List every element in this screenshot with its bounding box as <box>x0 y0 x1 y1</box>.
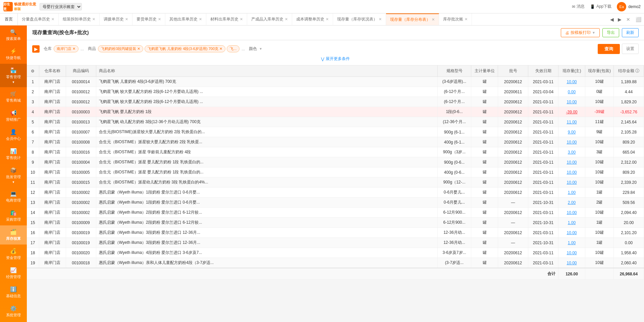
maximize-button[interactable]: ⬜ <box>633 17 644 22</box>
cell-qty1[interactable]: 10.00 <box>558 97 585 107</box>
user-menu[interactable]: Ea demo2 <box>617 2 641 11</box>
suite-selector[interactable]: 母婴行业演示账套 <box>40 3 82 10</box>
tab-5[interactable]: 材料出库单历史 ✕ <box>206 13 247 25</box>
cell-qty1[interactable]: 0.00 <box>558 87 585 97</box>
col-header-settings[interactable]: ⚙ <box>27 65 39 77</box>
sidebar-item-retail[interactable]: 🏪 零售管理 ▼ <box>0 64 27 87</box>
sidebar-item-member[interactable]: 👤 会员中心 <box>0 125 27 145</box>
sidebar-item-wholesale[interactable]: 📦 批发管理 ▼ <box>0 164 27 187</box>
cell-qty1[interactable]: 10.00 <box>558 228 585 238</box>
cell-qty1[interactable]: 10.00 <box>558 177 585 187</box>
sidebar-item-marketing[interactable]: 📢 营销推广 <box>0 106 27 125</box>
cell-spec: 1段(0-6... <box>438 107 471 117</box>
cell-expiry: 2021-03-11 <box>528 127 558 137</box>
tab-10-close[interactable]: ✕ <box>465 17 468 21</box>
refresh-button[interactable]: 刷新 <box>622 28 639 37</box>
tab-home[interactable]: 首页 <box>0 13 18 25</box>
search-icon: 🔍 <box>10 29 17 35</box>
tab-0[interactable]: 分量盘点单历史 ✕ <box>18 13 59 25</box>
cell-qty1[interactable]: 9.00 <box>558 127 585 137</box>
cell-qty1[interactable]: 2.00 <box>558 198 585 208</box>
cell-qty1[interactable]: 10.00 <box>558 248 585 258</box>
table-row: 16 南岸门店 00100019 惠氏启蒙（Wyeth illuma）3段奶粉 … <box>27 228 644 238</box>
search-button[interactable]: 查询 <box>598 44 620 54</box>
sidebar-item-retail-stats[interactable]: 📊 零售统计 <box>0 145 27 164</box>
cell-qty1[interactable]: 10.00 <box>558 157 585 167</box>
expand-filter-button[interactable]: ⋁ 展开更多条件 <box>32 56 639 62</box>
warehouse-more[interactable]: ... <box>80 47 84 51</box>
tab-7-close[interactable]: ✕ <box>326 17 329 21</box>
tab-9[interactable]: 现存量（库存分布表） ✕ <box>386 13 439 25</box>
cell-qty1[interactable]: 10.00 <box>558 137 585 147</box>
cell-qty1[interactable]: 10.00 <box>558 167 585 177</box>
sidebar-item-finance[interactable]: 💰 资金管理 <box>0 245 27 264</box>
cell-qty1[interactable]: 1.00 <box>558 187 585 198</box>
sidebar-item-basic[interactable]: ℹ️ 基础信息 <box>0 283 27 302</box>
sidebar-item-system[interactable]: ⚙️ 系统管理 <box>0 302 27 321</box>
cell-qty1[interactable]: 3.00 <box>558 147 585 157</box>
app-download-button[interactable]: 📱 App下载 <box>590 4 611 9</box>
cell-expiry: 2021-03-11 <box>528 167 558 177</box>
goods-tag-1[interactable]: 飞鹤奶粉3段丙罐提装 ✕ <box>98 45 143 52</box>
cell-warehouse: 南岸门店 <box>39 137 66 147</box>
cell-qty1[interactable]: 10.00 <box>558 77 585 87</box>
cell-qty1[interactable]: 10.00 <box>558 258 585 268</box>
goods-more[interactable]: ... <box>241 47 245 51</box>
tab-3-close[interactable]: ✕ <box>158 17 161 21</box>
export-button[interactable]: 导出 <box>602 28 619 37</box>
cell-qty1[interactable]: -39.00 <box>558 107 585 117</box>
sidebar-item-inventory[interactable]: 🗂️ 库存核算 <box>0 225 27 245</box>
sidebar-item-mall[interactable]: 🛒 零售商城 <box>0 87 27 106</box>
cell-qty1[interactable]: 10.00 <box>558 208 585 218</box>
tab-7[interactable]: 成本调整单历史 ✕ <box>292 13 333 25</box>
logo-title: 畅捷通好生意 <box>14 2 36 7</box>
table-body: 1 南岸门店 00100014 飞鹤星飞帆 儿童奶粉 4段(3-6岁适用) 70… <box>27 77 644 268</box>
sidebar-item-quicknav[interactable]: ⚡ 快捷导航 <box>0 45 27 64</box>
cell-unit: 罐 <box>471 87 498 97</box>
settings-button[interactable]: 设置 <box>622 44 639 54</box>
cell-unit: 罐 <box>471 208 498 218</box>
tab-next-button[interactable]: ▶ <box>616 15 624 23</box>
cell-qty1[interactable]: 1.00 <box>558 218 585 228</box>
tab-9-close[interactable]: ✕ <box>432 17 435 22</box>
sidebar-item-purchase[interactable]: 🛍️ 采购管理 <box>0 206 27 225</box>
tab-5-close[interactable]: ✕ <box>240 17 243 21</box>
sidebar-item-ecommerce[interactable]: 💻 电商管理 <box>0 187 27 206</box>
close-all-tabs-button[interactable]: ✕ <box>624 17 633 22</box>
tab-2-close[interactable]: ✕ <box>125 17 128 21</box>
filter-toggle-button[interactable]: ▶ <box>32 45 40 53</box>
cell-spec: 900g (0-6... <box>438 157 471 167</box>
tab-6[interactable]: 产成品入库单历史 ✕ <box>247 13 292 25</box>
goods-tag-1-close[interactable]: ✕ <box>137 47 140 51</box>
tab-3-label: 要货单历史 <box>137 16 157 22</box>
tab-8[interactable]: 现存量（库存状况表） ✕ <box>333 13 386 25</box>
print-button[interactable]: 🖨 按模板打印 ▼ <box>561 28 600 37</box>
tab-4[interactable]: 其他出库单历史 ✕ <box>165 13 206 25</box>
tab-10[interactable]: 库存批次账 ✕ <box>439 13 472 25</box>
tab-1-close[interactable]: ✕ <box>92 17 95 21</box>
sidebar-item-search[interactable]: 🔍 搜索菜单 <box>0 25 27 45</box>
cell-no: 4 <box>27 107 39 117</box>
message-button[interactable]: ✉ 消息 <box>572 4 585 9</box>
goods-tag-3[interactable]: 飞... <box>227 45 239 52</box>
cell-code: 00100015 <box>66 177 96 187</box>
tab-3[interactable]: 要货单历史 ✕ <box>132 13 165 25</box>
goods-tag-2[interactable]: 飞鹤星飞帆 儿童奶粉 4段(3-6岁适用) 700克 ✕ <box>145 45 225 52</box>
cell-qty1[interactable]: 1.00 <box>558 238 585 248</box>
tab-prev-button[interactable]: ◀ <box>608 15 616 23</box>
sidebar-item-management[interactable]: 📈 经营管理 <box>0 264 27 283</box>
tab-4-label: 其他出库单历史 <box>169 16 198 22</box>
tab-8-close[interactable]: ✕ <box>379 17 382 21</box>
tab-4-close[interactable]: ✕ <box>199 17 202 21</box>
tab-1[interactable]: 组装拆卸单历史 ✕ <box>59 13 100 25</box>
tab-6-close[interactable]: ✕ <box>285 17 288 21</box>
cell-name: 飞鹤星飞帆 幼儿配方奶粉 3段(12-36个月幼儿适用) 700克 <box>96 117 438 127</box>
cell-expiry: 2021-03-11 <box>528 107 558 117</box>
tab-0-close[interactable]: ✕ <box>51 17 54 21</box>
goods-tag-2-close[interactable]: ✕ <box>219 47 222 51</box>
cell-qty1[interactable]: 11.00 <box>558 117 585 127</box>
tab-2[interactable]: 调拨单历史 ✕ <box>100 13 132 25</box>
cell-expiry: 2021-10-31 <box>528 218 558 228</box>
warehouse-tag-1-close[interactable]: ✕ <box>72 47 75 51</box>
warehouse-tag-1[interactable]: 南岸门店 ✕ <box>54 45 78 52</box>
